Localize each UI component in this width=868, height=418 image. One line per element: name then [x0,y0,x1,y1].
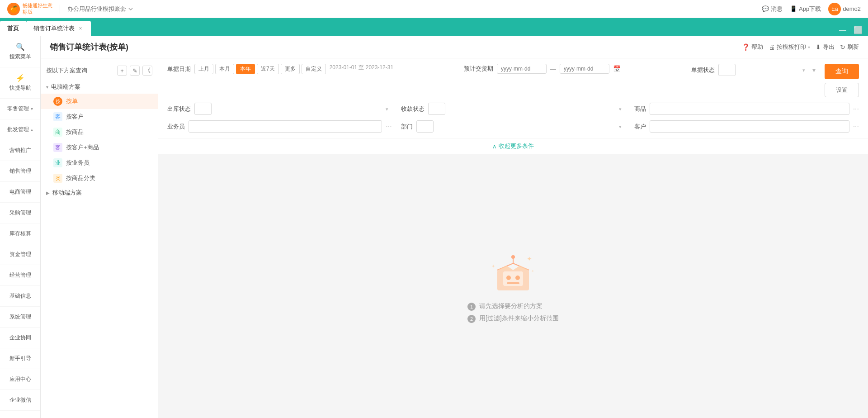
edit-scheme-btn[interactable]: ✎ [130,66,140,76]
refresh-btn[interactable]: ↻ 刷新 [840,43,859,51]
sidebar-item-ecommerce[interactable]: 电商管理 [0,182,40,203]
salesperson-label: 业务员 [167,123,185,131]
sidebar-item-marketing[interactable]: 营销推广 [0,140,40,161]
date-separator: — [550,66,556,72]
print-btn[interactable]: 🖨 按模板打印 ▾ [769,43,810,51]
mobile-scheme-arrow-icon: ▶ [46,190,50,195]
date-range-display: 2023-01-01 至 2023-12-31 [330,64,393,71]
date-btn-last-month[interactable]: 上月 [194,64,213,74]
expected-delivery-start[interactable] [497,64,547,74]
expected-delivery-end[interactable] [560,64,609,74]
main-layout: 🔍 搜索菜单 ⚡ 快捷导航 零售管理 ▾ 批发管理 ▴ 营销推广 销售管理 电商… [0,36,868,418]
customer-input[interactable] [650,120,849,133]
tab-sales-order[interactable]: 销售订单统计表 × [26,21,91,36]
order-status-select[interactable] [718,64,736,76]
add-scheme-btn[interactable]: + [117,66,127,76]
sidebar-item-wholesale[interactable]: 批发管理 ▴ [0,119,40,140]
sidebar-item-sales[interactable]: 销售管理 [0,161,40,182]
payment-status-wrapper [428,103,626,115]
sidebar-item-newuser[interactable]: 新手引导 [0,348,40,369]
shipment-status-group: 出库状态 [167,103,392,115]
content-with-panel: 按以下方案查询 + ✎ 《 ▾ 电脑端方案 按 按单 [41,58,868,418]
customer-more-icon[interactable]: ··· [853,123,859,131]
payment-status-label: 收款状态 [401,105,425,113]
salesperson-input[interactable] [189,120,382,133]
salesperson-group: 业务员 ··· [167,120,392,133]
scheme-expand-icon: ▾ [46,85,48,90]
app-download-btn[interactable]: 📱 App下载 [790,5,821,13]
sidebar-item-operations[interactable]: 经营管理 [0,265,40,286]
search-icon: 🔍 [16,43,25,51]
collapse-panel-btn[interactable]: 《 [142,66,152,76]
tab-close-btn[interactable]: × [77,25,84,32]
shipment-status-select[interactable] [194,103,212,115]
scheme-item-by-customer[interactable]: 客 按客户 [41,109,158,124]
sidebar-item-appcenter[interactable]: 应用中心 [0,369,40,390]
print-icon: 🖨 [769,43,775,51]
svg-rect-4 [507,282,519,284]
sidebar-item-enterprise[interactable]: 企业协同 [0,328,40,348]
date-btn-this-year[interactable]: 本年 [236,64,255,74]
scheme-item-by-salesperson[interactable]: 业 按业务员 [41,155,158,171]
sidebar-item-wechat[interactable]: 企业微信 [0,390,40,411]
filter-row-2: 出库状态 收款状态 [167,103,859,115]
sidebar-item-retail[interactable]: 零售管理 ▾ [0,99,40,119]
sidebar-item-system[interactable]: 系统管理 [0,307,40,328]
goods-more-icon[interactable]: ··· [853,105,859,113]
scheme-header-pc[interactable]: ▾ 电脑端方案 [41,80,158,94]
tab-home[interactable]: 首页 [0,21,26,36]
sidebar-item-search[interactable]: 🔍 搜索菜单 [0,36,40,67]
settings-btn[interactable]: 设置 [825,83,859,97]
sidebar-item-finance[interactable]: 资金管理 [0,244,40,265]
date-shortcuts: 上月 本月 本年 近7天 更多 自定义 [194,64,326,74]
help-btn[interactable]: ❓ 帮助 [742,43,763,51]
date-btn-more[interactable]: 更多 [281,64,300,74]
refresh-icon: ↻ [840,43,845,51]
print-dropdown-icon[interactable]: ▾ [808,45,810,50]
scheme-section-mobile: ▶ 移动端方案 [41,186,158,200]
sidebar-item-purchase[interactable]: 采购管理 [0,203,40,223]
scheme-item-by-customer-goods[interactable]: 客 按客户+商品 [41,140,158,155]
window-maximize-icon[interactable]: ⬜ [852,24,864,36]
logo-icon: 🍊 [7,3,20,15]
scheme-header-mobile[interactable]: ▶ 移动端方案 [41,186,158,200]
svg-point-6 [511,255,515,259]
scheme-icon-by-order: 按 [53,97,62,106]
scheme-item-by-goods[interactable]: 商 按商品 [41,124,158,140]
calendar-icon-end[interactable]: 📅 [613,65,621,72]
collapse-bar[interactable]: ∧ 收起更多条件 [158,138,868,154]
user-avatar[interactable]: Ea demo2 [828,3,861,15]
retail-arrow-icon: ▾ [31,106,33,111]
sidebar-item-basic[interactable]: 基础信息 [0,286,40,307]
date-btn-custom[interactable]: 自定义 [302,64,326,74]
sidebar-item-inventory[interactable]: 库存核算 [0,223,40,244]
window-minimize-icon[interactable]: — [837,24,848,36]
query-btn[interactable]: 查询 [825,64,859,79]
scheme-icon-by-salesperson: 业 [53,158,62,167]
query-btn-area: 查询 设置 [825,64,859,97]
sidebar-item-quick[interactable]: ⚡ 快捷导航 [0,67,40,99]
message-btn[interactable]: 💬 消息 [762,5,783,13]
department-select[interactable] [416,120,434,133]
date-btn-last-7-days[interactable]: 近7天 [257,64,279,74]
scheme-icon-by-goods: 商 [53,128,62,137]
scheme-item-by-order[interactable]: 按 按单 [41,94,158,109]
scheme-item-by-category[interactable]: 类 按商品分类 [41,171,158,186]
sidebar-item-member[interactable]: 畅会员 [0,411,40,418]
empty-step-2: 2 用[过滤]条件来缩小分析范围 [467,314,559,323]
payment-status-select[interactable] [428,103,445,115]
date-btn-this-month[interactable]: 本月 [215,64,234,74]
goods-input[interactable] [650,103,849,115]
collapse-label: 收起更多条件 [499,142,534,150]
filter-main: 单据日期 上月 本月 本年 近7天 更多 自定义 [158,58,868,138]
scheme-icon-by-category: 类 [53,174,62,183]
scheme-icon-by-customer-goods: 客 [53,143,62,152]
date-label: 单据日期 [167,65,191,73]
export-btn[interactable]: ⬇ 导出 [816,43,835,51]
payment-status-group: 收款状态 [401,103,626,115]
order-status-group: 单据状态 ▾ [691,64,816,76]
salesperson-more-icon[interactable]: ··· [386,123,392,131]
company-selector[interactable]: 办公用品行业模拟账套 [67,5,133,13]
right-side: 单据日期 上月 本月 本年 近7天 更多 自定义 [158,58,868,418]
top-bar-left: 🍊 畅捷通好生意 标版 办公用品行业模拟账套 [7,3,133,15]
